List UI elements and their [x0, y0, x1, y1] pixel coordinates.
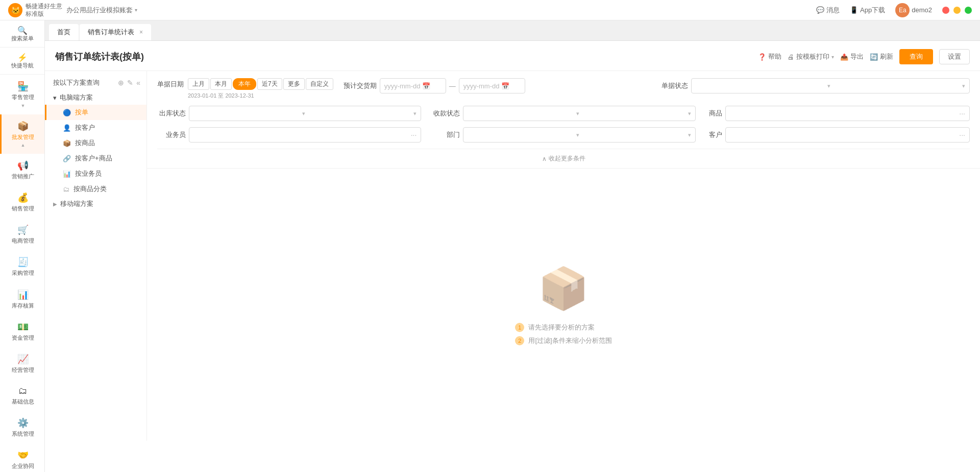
sidebar-item-inventory[interactable]: 📊 库存核算 — [0, 283, 44, 315]
group-chevron-icon: ▾ — [53, 94, 57, 102]
sidebar-item-retail[interactable]: 🏪 零售管理 ▼ — [0, 75, 44, 114]
sidebar-item-marketing[interactable]: 📢 营销推广 — [0, 154, 44, 186]
inventory-label: 库存核算 — [12, 302, 34, 309]
tab-sales-stats[interactable]: 销售订单统计表 × — [80, 24, 151, 40]
product-label: 商品 — [706, 109, 722, 118]
expected-date-end[interactable]: yyyy-mm-dd 📅 — [459, 78, 525, 93]
workspace-name: 办公用品行业模拟账套 — [66, 6, 133, 15]
customer-label: 客户 — [706, 130, 722, 139]
date-shortcuts: 上月 本月 本年 近7天 更多 自定义 — [188, 78, 333, 90]
print-chevron-icon: ▾ — [831, 54, 834, 60]
app-download-label: App下载 — [860, 6, 885, 15]
mobile-scheme-label: 移动端方案 — [60, 199, 93, 208]
sidebar-item-sales[interactable]: 💰 销售管理 — [0, 186, 44, 218]
sidebar-item-finance[interactable]: 💵 资金管理 — [0, 315, 44, 347]
scheme-item-by-product[interactable]: 📦 按商品 — [45, 135, 146, 151]
filter-area: 单据日期 上月 本月 本年 近7天 更多 自定义 — [147, 71, 980, 169]
window-min-btn[interactable]: – — [953, 7, 961, 14]
add-scheme-btn[interactable]: ⊕ — [118, 79, 124, 87]
expected-date-start[interactable]: yyyy-mm-dd 📅 — [380, 78, 446, 93]
payment-status-select[interactable]: ▾ — [463, 106, 695, 121]
template-print-btn[interactable]: 🖨 按模板打印 ▾ — [788, 52, 834, 61]
refresh-icon: 🔄 — [870, 53, 878, 61]
sidebar-item-operations[interactable]: 📈 经营管理 — [0, 347, 44, 380]
scheme-item-by-cust-prod[interactable]: 🔗 按客户+商品 — [45, 151, 146, 166]
scheme-product-icon: 📦 — [63, 139, 71, 147]
empty-tip-1: 1 请先选择要分析的方案 — [515, 323, 611, 332]
refresh-btn[interactable]: 🔄 刷新 — [870, 52, 893, 61]
sidebar-quick-nav-item[interactable]: ⚡ 快捷导航 — [0, 48, 44, 75]
dept-label: 部门 — [431, 130, 460, 139]
enterprise-icon: 🤝 — [17, 450, 29, 461]
export-btn[interactable]: 📤 导出 — [840, 52, 864, 61]
filter-row-1: 单据日期 上月 本月 本年 近7天 更多 自定义 — [157, 78, 970, 100]
staff-select[interactable]: ··· — [189, 127, 421, 143]
phone-icon: 📱 — [850, 6, 858, 14]
sidebar-item-basic[interactable]: 🗂 基础信息 — [0, 380, 44, 411]
doc-status-select[interactable]: ▾ — [691, 78, 970, 93]
product-select[interactable]: ··· — [725, 106, 970, 121]
scheme-item-by-order[interactable]: 🔵 按单 — [45, 105, 146, 120]
date-btn-this-year[interactable]: 本年 — [233, 78, 256, 90]
workspace-selector[interactable]: 办公用品行业模拟账套 ▾ — [66, 6, 137, 15]
sidebar-item-purchase[interactable]: 🧾 采购管理 — [0, 250, 44, 282]
scheme-product-label: 按商品 — [75, 138, 95, 148]
window-max-btn[interactable]: □ — [965, 7, 972, 14]
window-close-btn[interactable]: × — [942, 7, 949, 14]
expected-date-end-placeholder: yyyy-mm-dd — [463, 82, 500, 90]
expected-date-group: 预计交货期 yyyy-mm-dd 📅 — yyyy-mm-dd 📅 — [344, 78, 652, 93]
tab-close-btn[interactable]: × — [139, 29, 143, 36]
mobile-scheme-group[interactable]: ▶ 移动端方案 — [45, 197, 146, 211]
tab-home[interactable]: 首页 — [49, 24, 79, 40]
empty-illustration: 📦 — [538, 265, 589, 313]
staff-dots-icon: ··· — [411, 131, 417, 139]
sidebar-item-wholesale[interactable]: 📦 批发管理 ▲ — [0, 114, 44, 154]
message-btn[interactable]: 💬 消息 — [816, 6, 840, 15]
scheme-group-desktop: ▾ 电脑端方案 🔵 按单 👤 按客户 — [45, 90, 146, 197]
top-bar-right: 💬 消息 📱 App下载 Ea demo2 × – □ — [816, 3, 972, 17]
help-btn[interactable]: ❓ 帮助 — [758, 52, 781, 61]
search-menu-label: 搜索菜单 — [4, 35, 40, 42]
tip-1-text: 请先选择要分析的方案 — [528, 323, 595, 332]
customer-select[interactable]: ··· — [725, 127, 970, 143]
date-btn-this-month[interactable]: 本月 — [210, 78, 232, 90]
page-inner: 销售订单统计表(按单) ❓ 帮助 🖨 按模板打印 ▾ 📤 — [45, 41, 980, 472]
product-dots-icon: ··· — [959, 109, 965, 117]
dept-select[interactable]: ▾ — [463, 127, 695, 143]
scheme-item-by-customer[interactable]: 👤 按客户 — [45, 120, 146, 135]
edit-scheme-btn[interactable]: ✎ — [127, 79, 133, 87]
sidebar-item-enterprise[interactable]: 🤝 企业协同 — [0, 443, 44, 472]
ship-status-select[interactable]: ▾ — [189, 106, 421, 121]
collapse-filter-btn[interactable]: ∧ 收起更多条件 — [157, 149, 970, 168]
settings-btn[interactable]: 设置 — [939, 49, 970, 64]
sidebar-search-item[interactable]: 🔍 搜索菜单 — [0, 20, 44, 48]
basic-icon: 🗂 — [18, 386, 28, 396]
ship-status-group: 出库状态 ▾ — [157, 106, 421, 121]
date-separator: — — [449, 82, 456, 90]
empty-tips: 1 请先选择要分析的方案 2 用[过滤]条件来缩小分析范围 — [515, 323, 611, 345]
tip-num-1: 1 — [515, 323, 524, 332]
panel-header: 按以下方案查询 ⊕ ✎ « — [45, 75, 146, 90]
scheme-group-desktop-header[interactable]: ▾ 电脑端方案 — [45, 90, 146, 105]
collapse-panel-btn[interactable]: « — [136, 79, 140, 87]
top-bar-left: 🐱 畅捷通好生意 标准版 办公用品行业模拟账套 ▾ — [8, 3, 137, 17]
date-btn-more[interactable]: 更多 — [283, 78, 305, 90]
date-btn-custom[interactable]: 自定义 — [306, 78, 333, 90]
top-bar: 🐱 畅捷通好生意 标准版 办公用品行业模拟账套 ▾ 💬 消息 📱 App下载 E… — [0, 0, 980, 20]
scheme-item-by-category[interactable]: 🗂 按商品分类 — [45, 181, 146, 197]
scheme-item-by-staff[interactable]: 📊 按业务员 — [45, 166, 146, 181]
workspace-chevron-icon: ▾ — [135, 7, 137, 13]
date-btn-last-7[interactable]: 近7天 — [257, 78, 282, 90]
tab-bar: 首页 销售订单统计表 × — [45, 20, 980, 41]
filter-row-2: 出库状态 ▾ 收款状态 — [157, 106, 970, 121]
user-profile[interactable]: Ea demo2 — [895, 3, 932, 17]
sidebar-item-system[interactable]: ⚙️ 系统管理 — [0, 411, 44, 443]
date-field-label: 单据日期 — [157, 80, 184, 89]
ecommerce-icon: 🛒 — [17, 224, 29, 235]
query-btn[interactable]: 查询 — [899, 49, 933, 64]
finance-label: 资金管理 — [12, 335, 34, 341]
sidebar-item-ecommerce[interactable]: 🛒 电商管理 — [0, 218, 44, 250]
sales-icon: 💰 — [17, 192, 29, 203]
date-btn-last-month[interactable]: 上月 — [188, 78, 209, 90]
app-download-btn[interactable]: 📱 App下载 — [850, 6, 885, 15]
